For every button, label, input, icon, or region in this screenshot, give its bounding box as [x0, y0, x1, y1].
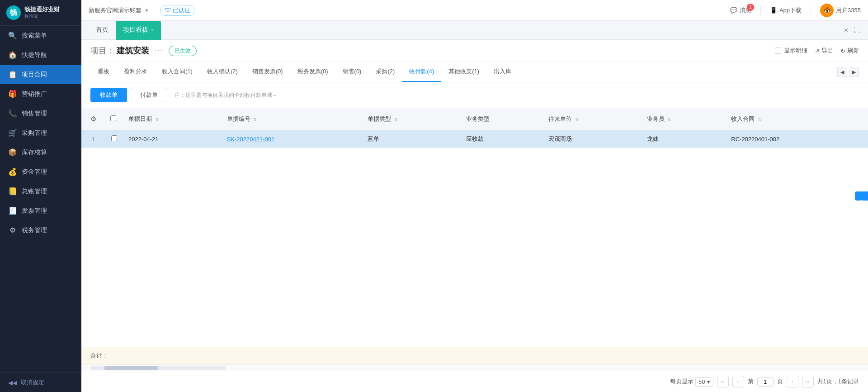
col-gear: ⚙ — [81, 108, 105, 130]
sidebar-item-finance[interactable]: 💰 资金管理 — [0, 162, 81, 182]
show-detail-checkbox[interactable]: 显示明细 — [775, 47, 807, 55]
sidebar-item-quicknav[interactable]: 🏠 快捷导航 — [0, 45, 81, 65]
message-btn[interactable]: 💬 消息 1 — [730, 6, 751, 14]
tab-project-board[interactable]: 项目看板 × — [116, 21, 161, 40]
float-quick-record-btn[interactable]: 快捷记录 — [855, 191, 868, 201]
subnav-tab-profit[interactable]: 盈利分析 — [117, 62, 155, 82]
subnav-tab-sales[interactable]: 销售(0) — [335, 62, 369, 82]
chevron-down-icon: ▼ — [144, 8, 149, 13]
topbar: 新服务官网演示账套 ▼ 🛡 已认证 💬 消息 1 📱 App下载 🐯 用 — [81, 0, 868, 21]
sidebar-item-search[interactable]: 🔍 搜索菜单 — [0, 26, 81, 45]
user-label: 用户3355 — [836, 6, 861, 14]
table-header-row: ⚙ 单据日期 ⇅ 单据编号 ⇅ — [81, 108, 868, 130]
sidebar-item-invoice[interactable]: 🧾 发票管理 — [0, 201, 81, 220]
page-size-select-box[interactable]: 50 ▾ — [695, 377, 713, 387]
sort-icon3: ⇅ — [394, 117, 398, 122]
refresh-btn[interactable]: ↻ 刷新 — [840, 47, 859, 55]
message-badge: 1 — [747, 4, 754, 11]
divider — [760, 6, 761, 15]
export-icon: ↗ — [815, 48, 820, 54]
gear-settings-btn[interactable]: ⚙ — [87, 113, 99, 125]
subnav-tab-other[interactable]: 其他收支(1) — [441, 62, 486, 82]
checkbox-icon — [775, 48, 781, 54]
prev-page-btn[interactable]: ‹ — [732, 376, 744, 387]
logo-title: 畅捷通好业财 — [24, 6, 60, 14]
total-records-label: 共1页，1条记录 — [817, 378, 859, 386]
shield-icon: 🛡 — [165, 7, 171, 14]
refresh-label: 刷新 — [847, 47, 859, 55]
per-page-label: 每页显示 — [670, 378, 693, 386]
subnav-prev-arrow[interactable]: ◀ — [837, 67, 847, 77]
search-icon: 🔍 — [8, 31, 17, 40]
window-maximize-icon[interactable]: ⛶ — [854, 26, 861, 34]
home-icon: 🏠 — [8, 51, 17, 59]
page-header: 项目：建筑安装 ··· 已生效 显示明细 ↗ 导出 ↻ 刷新 — [81, 40, 868, 62]
sidebar-item-inventory[interactable]: 📦 库存核算 — [0, 143, 81, 162]
page-suffix: 页 — [777, 378, 783, 386]
window-close-icon[interactable]: × — [844, 26, 848, 34]
sidebar-item-marketing[interactable]: 🎁 营销推广 — [0, 84, 81, 104]
row-date: 2022-04-21 — [123, 130, 222, 148]
user-profile[interactable]: 🐯 用户3355 — [820, 4, 861, 17]
first-page-btn[interactable]: « — [717, 376, 729, 387]
subnav-tab-inout[interactable]: 出入库 — [486, 62, 519, 82]
row-salesperson: 龙妹 — [642, 130, 726, 148]
subnav-tab-sales-invoice[interactable]: 销售发票(0) — [245, 62, 290, 82]
subnav-tab-income-confirm[interactable]: 收入确认(2) — [200, 62, 245, 82]
sidebar-item-label: 搜索菜单 — [22, 32, 47, 40]
col-salesperson: 业务员 ⇅ — [642, 108, 726, 130]
tab-close-icon[interactable]: × — [151, 27, 154, 33]
sort-icon6: ⇅ — [758, 117, 761, 122]
receipt-btn[interactable]: 收款单 — [90, 88, 127, 102]
sidebar: 畅 畅捷通好业财 标准版 🔍 搜索菜单 🏠 快捷导航 📋 项目合同 🎁 营销推广… — [0, 0, 81, 392]
subnav-tab-income-contract[interactable]: 收入合同(1) — [155, 62, 200, 82]
sidebar-item-label: 库存核算 — [22, 148, 47, 157]
demo-account-selector[interactable]: 新服务官网演示账套 ▼ — [89, 6, 149, 14]
row-select-checkbox[interactable] — [111, 135, 117, 141]
main-area: 新服务官网演示账套 ▼ 🛡 已认证 💬 消息 1 📱 App下载 🐯 用 — [81, 0, 868, 392]
status-badge: 已生效 — [169, 46, 197, 56]
sidebar-item-project[interactable]: 📋 项目合同 — [0, 65, 81, 84]
topbar-left: 新服务官网演示账套 ▼ 🛡 已认证 — [89, 5, 195, 16]
horizontal-scrollbar[interactable] — [90, 366, 226, 370]
refresh-icon: ↻ — [840, 48, 845, 54]
sort-icon: ⇅ — [155, 117, 159, 122]
sort-icon5: ⇅ — [667, 117, 671, 122]
row-index: 1 — [81, 130, 105, 148]
subnav-tab-receipt[interactable]: 收付款(4) — [402, 62, 441, 82]
last-page-btn[interactable]: » — [802, 376, 814, 387]
more-options-btn[interactable]: ··· — [155, 47, 163, 55]
avatar: 🐯 — [820, 4, 834, 17]
sidebar-item-purchase[interactable]: 🛒 采购管理 — [0, 123, 81, 143]
page-size-value: 50 — [698, 378, 705, 385]
content-area: 收款单 付款单 注：这里是与项目关联的全部收付款单哦～ ⚙ 单据日期 — [81, 82, 868, 392]
export-btn[interactable]: ↗ 导出 — [815, 47, 833, 55]
row-checkbox — [105, 130, 123, 148]
cart-icon: 🛒 — [8, 129, 17, 137]
page-number-input[interactable]: 1 — [757, 377, 774, 387]
table-row[interactable]: 1 2022-04-21 SK-20220421-001 蓝单 应收款 宏茂商场… — [81, 130, 868, 148]
sidebar-item-tax[interactable]: ⚙ 税务管理 — [0, 220, 81, 240]
sidebar-unpin[interactable]: ◀◀ 取消固定 — [0, 373, 81, 392]
next-page-btn[interactable]: › — [787, 376, 798, 387]
app-download-btn[interactable]: 📱 App下载 — [770, 6, 802, 14]
sidebar-item-label: 发票管理 — [22, 207, 47, 215]
tab-home[interactable]: 首页 — [89, 21, 116, 40]
row-number-link[interactable]: SK-20220421-001 — [227, 136, 275, 143]
divider2 — [811, 6, 811, 15]
payment-btn[interactable]: 付款单 — [131, 88, 167, 102]
chevron-down-icon: ▾ — [707, 378, 710, 385]
subnav-tab-tax-invoice[interactable]: 税务发票(0) — [290, 62, 335, 82]
export-label: 导出 — [821, 47, 833, 55]
subnav-tab-board[interactable]: 看板 — [90, 62, 117, 82]
sidebar-item-label: 营销推广 — [22, 90, 47, 98]
sidebar-item-sales[interactable]: 📞 销售管理 — [0, 104, 81, 123]
select-all-checkbox[interactable] — [110, 115, 116, 121]
subnav-arrows: ◀ ▶ — [837, 67, 859, 77]
scrollbar-thumb[interactable] — [104, 366, 158, 370]
row-number[interactable]: SK-20220421-001 — [222, 130, 362, 148]
sidebar-item-ledger[interactable]: 📒 总账管理 — [0, 182, 81, 201]
subnav-tab-purchase[interactable]: 采购(2) — [368, 62, 402, 82]
col-date: 单据日期 ⇅ — [123, 108, 222, 130]
subnav-next-arrow[interactable]: ▶ — [849, 67, 859, 77]
